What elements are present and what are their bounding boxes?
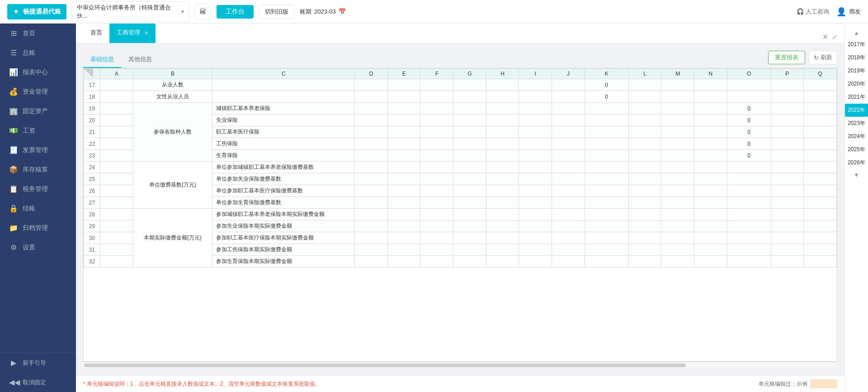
cell-24-l[interactable]: [628, 162, 661, 173]
cell-25-e[interactable]: [387, 173, 420, 185]
sidebar-item-guide[interactable]: ▶ 新手引导: [0, 353, 76, 373]
col-header-b[interactable]: B: [133, 69, 212, 79]
cell-26-k[interactable]: [585, 185, 628, 197]
cell-32-j[interactable]: [552, 256, 585, 268]
spreadsheet-container[interactable]: A B C D E F G H I J K L: [83, 68, 837, 362]
cell-20-p[interactable]: [771, 115, 804, 126]
cell-17-m[interactable]: [661, 79, 694, 91]
cell-18-p[interactable]: [771, 91, 804, 103]
cell-26-j[interactable]: [552, 185, 585, 197]
cell-22-o[interactable]: 0: [727, 138, 771, 150]
cell-29-m[interactable]: [661, 220, 694, 232]
cell-32-a[interactable]: [100, 256, 133, 268]
cell-28-d[interactable]: [355, 209, 388, 220]
tab-home[interactable]: 首页: [83, 24, 109, 43]
col-header-l[interactable]: L: [628, 69, 661, 79]
cell-32-q[interactable]: [804, 256, 837, 268]
cell-21-p[interactable]: [771, 126, 804, 138]
cell-19-n[interactable]: [694, 103, 727, 115]
cell-29-c[interactable]: 参加失业保险本期实际缴费金额: [212, 220, 355, 232]
cell-31-f[interactable]: [420, 244, 453, 256]
cell-19-i[interactable]: [519, 103, 552, 115]
sidebar-item-inventory[interactable]: 📦 库存核算: [0, 160, 76, 179]
cell-17-o[interactable]: [727, 79, 771, 91]
cell-29-d[interactable]: [355, 220, 388, 232]
cell-27-l[interactable]: [628, 197, 661, 209]
cell-23-n[interactable]: [694, 150, 727, 162]
company-icon-btn[interactable]: 🏛: [195, 4, 211, 20]
year-item-2019[interactable]: 2019年: [845, 64, 868, 77]
sidebar-item-settings[interactable]: ⚙ 设置: [0, 238, 76, 257]
cell-18-b[interactable]: 女性从业人员: [133, 91, 212, 103]
cell-27-i[interactable]: [519, 197, 552, 209]
col-header-g[interactable]: G: [453, 69, 486, 79]
cell-29-p[interactable]: [771, 220, 804, 232]
refresh-button[interactable]: ↻ 刷新: [809, 51, 837, 64]
year-item-2023[interactable]: 2023年: [845, 117, 868, 130]
cell-18-d[interactable]: [355, 91, 388, 103]
cell-25-c[interactable]: 单位参加失业保险缴费基数: [212, 173, 355, 185]
cell-22-e[interactable]: [387, 138, 420, 150]
cell-17-d[interactable]: [355, 79, 388, 91]
cell-17-k[interactable]: 0: [585, 79, 628, 91]
cell-22-c[interactable]: 工伤保险: [212, 138, 355, 150]
cell-19-b[interactable]: 参保各险种人数: [133, 103, 212, 162]
cell-32-l[interactable]: [628, 256, 661, 268]
year-item-2017[interactable]: 2017年: [845, 38, 868, 51]
cell-26-e[interactable]: [387, 185, 420, 197]
cell-19-l[interactable]: [628, 103, 661, 115]
sidebar-item-report[interactable]: 📊 报表中心: [0, 62, 76, 82]
cell-20-c[interactable]: 失业保险: [212, 115, 355, 126]
cell-22-a[interactable]: [100, 138, 133, 150]
cell-32-f[interactable]: [420, 256, 453, 268]
cell-30-p[interactable]: [771, 232, 804, 244]
cell-29-j[interactable]: [552, 220, 585, 232]
cell-23-q[interactable]: [804, 150, 837, 162]
cell-30-q[interactable]: [804, 232, 837, 244]
cell-29-q[interactable]: [804, 220, 837, 232]
cell-31-l[interactable]: [628, 244, 661, 256]
year-item-2022[interactable]: 2022年: [845, 104, 868, 117]
cell-31-c[interactable]: 参加工伤保险本期实际缴费金额: [212, 244, 355, 256]
cell-25-l[interactable]: [628, 173, 661, 185]
cell-26-i[interactable]: [519, 185, 552, 197]
cell-27-f[interactable]: [420, 197, 453, 209]
cell-19-c[interactable]: 城镇职工基本养老保险: [212, 103, 355, 115]
cell-31-q[interactable]: [804, 244, 837, 256]
cell-23-p[interactable]: [771, 150, 804, 162]
reset-button[interactable]: 重置报表: [768, 51, 805, 64]
cell-25-o[interactable]: [727, 173, 771, 185]
sidebar-item-close[interactable]: 🔒 结账: [0, 199, 76, 218]
cell-17-b[interactable]: 从业人数: [133, 79, 212, 91]
cell-20-e[interactable]: [387, 115, 420, 126]
cell-19-p[interactable]: [771, 103, 804, 115]
cell-19-a[interactable]: [100, 103, 133, 115]
cell-23-e[interactable]: [387, 150, 420, 162]
cell-22-i[interactable]: [519, 138, 552, 150]
cell-24-m[interactable]: [661, 162, 694, 173]
cell-19-m[interactable]: [661, 103, 694, 115]
cell-19-d[interactable]: [355, 103, 388, 115]
cell-23-g[interactable]: [453, 150, 486, 162]
cell-21-d[interactable]: [355, 126, 388, 138]
cell-24-n[interactable]: [694, 162, 727, 173]
cell-19-k[interactable]: [585, 103, 628, 115]
cell-31-p[interactable]: [771, 244, 804, 256]
cell-22-g[interactable]: [453, 138, 486, 150]
cell-27-o[interactable]: [727, 197, 771, 209]
cell-25-q[interactable]: [804, 173, 837, 185]
cell-27-n[interactable]: [694, 197, 727, 209]
cell-21-l[interactable]: [628, 126, 661, 138]
cell-26-n[interactable]: [694, 185, 727, 197]
year-item-2020[interactable]: 2020年: [845, 77, 868, 91]
cell-17-q[interactable]: [804, 79, 837, 91]
cell-22-m[interactable]: [661, 138, 694, 150]
cell-30-m[interactable]: [661, 232, 694, 244]
cell-28-m[interactable]: [661, 209, 694, 220]
cell-21-o[interactable]: 0: [727, 126, 771, 138]
company-selector[interactable]: 中审众环会计师事务所（特殊普通合伙... ▾: [72, 1, 189, 22]
col-header-c[interactable]: C: [212, 69, 355, 79]
sidebar-item-salary[interactable]: 💵 工资: [0, 121, 76, 140]
old-version-button[interactable]: 切到旧版: [259, 5, 294, 19]
cell-28-c[interactable]: 参加城镇职工基本养老保险本期实际缴费金额: [212, 209, 355, 220]
